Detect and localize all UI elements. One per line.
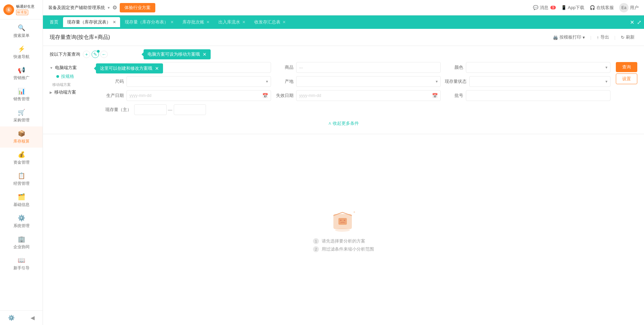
sidebar-label-guide: 新手引导 (13, 265, 30, 271)
collapse-bar[interactable]: ∧ 收起更多条件 (50, 118, 637, 129)
message-icon: 💬 (533, 5, 538, 10)
tab-close-batch-account[interactable]: ✕ (206, 20, 210, 24)
svg-text:6: 6 (8, 8, 10, 12)
input-inv-qty-min[interactable] (134, 104, 167, 115)
tab-inventory-status[interactable]: 现存量（库存状况表） ✕ (63, 17, 120, 27)
schema-tooltip: 电脑方案可设为移动方案哦 ✕ (144, 49, 211, 59)
filter-actions: + ✎ ← (83, 51, 108, 58)
input-expire-date[interactable]: yyyy-mm-dd 📅 (296, 90, 441, 101)
filter-row-3: 生产日期 yyyy-mm-dd 📅 失效日期 yyyy-mm-dd (105, 90, 610, 101)
message-badge: 9 (550, 6, 556, 9)
produce-date-placeholder: yyyy-mm-dd (129, 93, 151, 98)
topbar-right: 💬 消息 9 📱 App下载 🎧 在线客服 Ea 用户 (533, 3, 639, 12)
online-service-btn[interactable]: 🎧 在线客服 (590, 5, 614, 11)
add-schema-btn[interactable]: + (83, 51, 90, 58)
sidebar-item-guide[interactable]: 📖 新手引导 (0, 253, 43, 274)
chevron-down-size: ▾ (266, 79, 268, 84)
tab-close-collect-summary[interactable]: ✕ (282, 20, 286, 24)
tab-expand-icon[interactable]: ⤢ (637, 19, 641, 25)
sidebar-item-marketing[interactable]: 📢 营销推广 (0, 63, 43, 84)
tab-collect-summary[interactable]: 收发存汇总表 ✕ (250, 17, 290, 27)
sidebar-label-purchase: 采购管理 (13, 117, 30, 123)
sidebar-label-enterprise: 企业协同 (13, 244, 30, 250)
refresh-icon: ↻ (621, 35, 625, 40)
filter-batch-no: 批号 (445, 90, 610, 101)
sidebar-item-purchase[interactable]: 🛒 采购管理 (0, 105, 43, 126)
chart-icon: 📊 (18, 88, 25, 95)
print-label: 按模板打印 (559, 34, 581, 40)
sidebar-item-basic-info[interactable]: 🗂️ 基础信息 (0, 190, 43, 211)
topbar-settings-icon[interactable]: ⚙ (112, 4, 117, 11)
set-btn[interactable]: 设置 (616, 73, 637, 84)
action-buttons: 查询 设置 (616, 62, 637, 118)
chevron-down-origin: ▾ (436, 79, 438, 84)
tab-batch-account[interactable]: 库存批次账 ✕ (178, 17, 214, 27)
sidebar-item-quick-nav[interactable]: ⚡ 快速导航 (0, 42, 43, 63)
message-btn[interactable]: 💬 消息 9 (533, 5, 556, 11)
query-btn[interactable]: 查询 (616, 62, 637, 72)
prev-schema-btn[interactable]: ← (100, 51, 108, 58)
trial-btn[interactable]: 体验行业方案 (120, 3, 155, 12)
collapse-btn[interactable]: ◀ (31, 315, 35, 321)
sidebar-item-system[interactable]: ⚙️ 系统管理 (0, 211, 43, 232)
sidebar-item-operations[interactable]: 📋 经营管理 (0, 169, 43, 190)
tab-close-in-out-flow[interactable]: ✕ (242, 20, 246, 24)
select-color[interactable]: ▾ (466, 62, 610, 73)
sidebar-item-enterprise[interactable]: 🏢 企业协同 (0, 232, 43, 253)
divider1: | (590, 35, 591, 40)
svg-point-6 (335, 228, 350, 232)
sidebar-item-inventory[interactable]: 📦 库存核算 (0, 126, 43, 148)
filter-row-2: 尺码 ▾ 产地 ▾ (105, 76, 610, 87)
schema-desktop-child-label: 按规格 (61, 73, 74, 79)
filter-top: 按以下方案查询 + ✎ ← (50, 51, 637, 58)
clipboard-icon: 📋 (18, 172, 25, 179)
sidebar-item-finance[interactable]: 💰 资金管理 (0, 148, 43, 169)
app-download-label: App下载 (568, 5, 584, 11)
input-batch-no[interactable] (466, 90, 610, 101)
refresh-label: 刷新 (626, 34, 635, 40)
topbar-dropdown-arrow[interactable]: ▾ (108, 5, 110, 10)
schema-mobile-group[interactable]: ▶ 移动端方案 (50, 88, 100, 97)
print-btn[interactable]: 🖨️ 按模板打印 ▾ (550, 33, 588, 42)
select-origin[interactable]: ▾ (296, 76, 441, 87)
input-inv-qty-max[interactable] (174, 104, 206, 115)
tab-controls: ✕ ⤢ (630, 19, 641, 25)
empty-tip-1: 1 请先选择要分析的方案 (313, 238, 374, 244)
tip-text-2: 用过滤条件来缩小分析范围 (322, 246, 374, 252)
input-produce-date[interactable]: yyyy-mm-dd 📅 (126, 90, 271, 101)
label-product: 商品 (275, 64, 293, 70)
refresh-btn[interactable]: ↻ 刷新 (618, 33, 637, 42)
tree-dot-active (56, 75, 59, 78)
sidebar-item-sales[interactable]: 📊 销售管理 (0, 84, 43, 105)
export-btn[interactable]: ↑ 导出 (594, 33, 612, 42)
app-download-btn[interactable]: 📱 App下载 (561, 5, 584, 11)
filter-row-1: 仓库 ··· 商品 ··· (105, 62, 610, 73)
select-inv-status[interactable]: ▾ (469, 76, 610, 87)
sidebar-item-search[interactable]: 🔍 搜索菜单 (0, 21, 43, 42)
tab-in-out-flow[interactable]: 出入库流水 ✕ (214, 17, 250, 27)
tab-close-inventory-dist[interactable]: ✕ (170, 20, 174, 24)
collapse-icon: ∧ (328, 121, 332, 126)
schema-edit-tooltip-close[interactable]: ✕ (155, 66, 159, 71)
settings-bottom-btn[interactable]: ⚙️ (8, 315, 15, 321)
schema-desktop-group[interactable]: ▼ 电脑端方案 (50, 63, 100, 72)
label-size: 尺码 (105, 78, 124, 85)
select-product[interactable]: ··· (296, 62, 441, 73)
user-btn[interactable]: Ea 用户 (619, 3, 639, 12)
tip-num-1: 1 (313, 238, 319, 244)
tab-home[interactable]: 首页 (46, 17, 62, 27)
tab-inventory-dist[interactable]: 现存量（库存分布表） ✕ (121, 17, 178, 27)
logo-text: 畅通好生意 标准版 (16, 4, 35, 15)
label-origin: 产地 (275, 78, 293, 85)
filter-row-4: 现存量（主） — (105, 104, 610, 115)
money-icon: 💰 (18, 151, 25, 158)
edit-schema-btn[interactable]: ✎ (92, 51, 99, 58)
tab-close-all-icon[interactable]: ✕ (630, 19, 634, 25)
select-size[interactable]: ▾ (126, 76, 271, 87)
schema-tooltip-close[interactable]: ✕ (203, 52, 207, 57)
empty-tip-2: 2 用过滤条件来缩小分析范围 (313, 246, 374, 252)
schema-desktop-child[interactable]: 按规格 (50, 72, 100, 81)
online-service-label: 在线客服 (596, 5, 614, 11)
range-dash: — (168, 107, 172, 112)
tab-close-inventory-status[interactable]: ✕ (113, 20, 116, 24)
